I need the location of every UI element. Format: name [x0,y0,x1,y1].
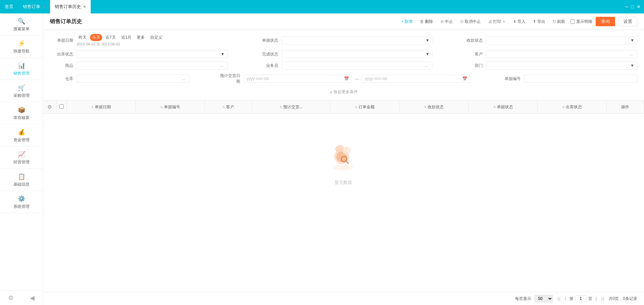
import-button[interactable]: ⬇ 导入 [511,18,527,26]
delete-button[interactable]: 🗑 删除 [418,18,435,26]
warehouse-status-select[interactable]: ▼ [77,50,228,58]
close-sales-order-tab[interactable]: ✕ [42,5,45,9]
quick-nav-icon: ⚡ [18,40,25,47]
payment-status-select[interactable]: ▼ [486,36,637,44]
bill-number-label: 单据编号 [497,76,524,82]
select-all-checkbox[interactable] [59,104,64,109]
customer-select[interactable]: ... [486,50,637,58]
display-columns-checkbox[interactable] [570,20,575,24]
close-history-tab[interactable]: ✕ [83,5,86,9]
payment-status-label: 收款状态 [459,38,486,43]
tab-sales-order-history[interactable]: 销售订单历史 ✕ [50,0,91,13]
customer-ellipsis[interactable]: ... [628,52,634,56]
date-last1month[interactable]: 近1月 [119,34,134,41]
customer-control: ... [486,50,637,58]
goods-control: ... [77,62,228,70]
sidebar-item-finance[interactable]: 💰 资金管理 [0,124,43,147]
bill-status-column[interactable]: ⇅ 单据状态 [468,101,538,114]
date-yesterday[interactable]: 昨天 [77,34,89,41]
page-label-prefix: 第 [569,296,573,302]
calendar-end-icon: 📅 [462,76,467,81]
sidebar-item-search-menu[interactable]: 🔍 搜索菜单 [0,13,43,36]
warehouse-ellipsis[interactable]: ... [181,76,187,81]
sidebar-item-system[interactable]: ⚙️ 系统管理 [0,191,43,213]
bill-number-input[interactable] [524,75,637,83]
minimize-icon[interactable]: ─ [625,4,629,9]
customer-column[interactable]: ⇅ 客户 [205,101,252,114]
date-more[interactable]: 更多 [135,34,147,41]
display-columns-toggle[interactable]: 显示明细 [570,19,592,25]
sidebar-item-operations[interactable]: 📈 经营管理 [0,147,43,169]
sidebar-item-sales-mgmt[interactable]: 📊 销售管理 [0,58,43,80]
query-button[interactable]: 查询 [596,17,615,26]
goods-select[interactable]: ... [77,62,228,70]
per-page-label: 每页显示 [515,296,531,302]
main-layout: 🔍 搜索菜单 ⚡ 快捷导航 📊 销售管理 🛒 采购管理 📦 库存核算 💰 资金管… [0,13,644,305]
sidebar-settings-icon[interactable]: ⚙ [8,294,13,302]
column-settings-icon[interactable]: ⚙ [47,104,52,110]
collapse-button[interactable]: ∧ 收起更多条件 [330,89,358,95]
payment-status-column[interactable]: ⇅ 收款状态 [399,101,469,114]
sidebar-item-purchase-mgmt[interactable]: 🛒 采购管理 [0,80,43,102]
date-range-display: 2023-06-02 至 2023-06-02 [77,42,228,47]
warehouse-select[interactable]: ... [77,75,190,83]
first-page-button[interactable]: ⟨⟨ [556,296,562,301]
salesperson-select[interactable]: ... [282,62,433,70]
close-window-icon[interactable]: ✕ [637,4,641,9]
empty-state: 暂无数据 [43,114,644,206]
sort-payment-icon: ⇅ [424,105,427,109]
page-title: 销售订单历史 [50,18,82,25]
department-control: ▼ [486,62,637,70]
delivery-date-column[interactable]: ⇅ 预计交货... [252,101,330,114]
delivery-date-start-input[interactable]: yyyy-mm-dd 📅 [244,75,352,83]
next-page-button[interactable]: ⟩ [594,296,598,301]
prev-page-button[interactable]: ⟨ [564,296,567,301]
base-info-icon: 📋 [18,173,25,180]
cancel-stop-icon: ⊙ [460,19,464,24]
cancel-stop-button[interactable]: ⊙ 取消中止 [458,18,483,26]
date-today[interactable]: 今天 [90,34,102,41]
new-icon: + [401,19,403,24]
amount-column[interactable]: ⇅ 订单金额 [330,101,399,114]
sidebar-item-base-info[interactable]: 📋 基础信息 [0,169,43,191]
goods-ellipsis[interactable]: ... [219,63,225,68]
delivery-date-end-input[interactable]: yyyy-mm-dd 📅 [362,75,470,83]
settings-column[interactable]: ⚙ [43,101,56,114]
print-button[interactable]: 🖨 打印 ▼ [486,18,508,26]
sidebar-collapse-icon[interactable]: ◀ [30,294,35,302]
sidebar-item-inventory[interactable]: 📦 库存核算 [0,102,43,124]
window-controls: ─ □ ✕ [625,4,644,9]
setting-button[interactable]: 设置 [618,17,637,26]
sales-mgmt-icon: 📊 [18,62,25,69]
filter-row-1: 单据日期 昨天 今天 近7天 近1月 更多 自定义 2023-06-02 至 2… [50,34,637,47]
import-icon: ⬇ [513,19,516,24]
tab-home[interactable]: 首页 [0,0,18,13]
finance-icon: 💰 [18,128,25,136]
per-page-select[interactable]: 50 10 20 100 [534,295,553,302]
date-column[interactable]: ⇅ 单据日期 [67,101,136,114]
refresh-button[interactable]: ↻ 刷新 [551,18,567,26]
complete-status-select[interactable]: ▼ [282,50,433,58]
bill-status-select[interactable]: ▼ [282,36,433,44]
salesperson-ellipsis[interactable]: ... [423,63,429,68]
new-button[interactable]: + 新增 [399,18,415,26]
delete-icon: 🗑 [420,19,424,24]
pagination: ⟨⟨ ⟨ 第 页 ⟩ ⟩⟩ [556,295,605,302]
search-menu-icon: 🔍 [18,17,25,25]
stop-button[interactable]: ⊘ 中止 [438,18,455,26]
page-header: 销售订单历史 + 新增 🗑 删除 ⊘ 中止 ⊙ 取消中止 [43,13,644,30]
last-page-button[interactable]: ⟩⟩ [600,296,605,301]
export-button[interactable]: ⬆ 导出 [531,18,547,26]
maximize-icon[interactable]: □ [631,4,634,9]
number-column[interactable]: ⇅ 单据编号 [136,101,205,114]
bill-status-control: ▼ [282,36,433,44]
refresh-icon: ↻ [553,19,556,24]
empty-text: 暂无数据 [335,180,352,186]
department-select[interactable]: ▼ [486,62,637,70]
current-page-input[interactable] [575,295,586,302]
date-last7[interactable]: 近7天 [103,34,118,41]
date-custom[interactable]: 自定义 [148,34,164,41]
sidebar-item-quick-nav[interactable]: ⚡ 快捷导航 [0,36,43,58]
tab-sales-order[interactable]: 销售订单 ✕ [18,0,50,13]
warehouse-status-column[interactable]: ⇅ 出库状态 [538,101,607,114]
